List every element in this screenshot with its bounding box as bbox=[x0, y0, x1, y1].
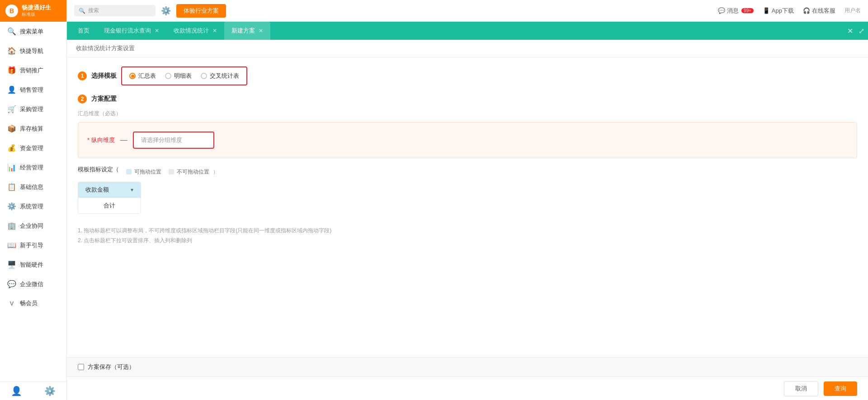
sidebar-item-label: 系统管理 bbox=[20, 202, 43, 211]
sidebar-item-corp-wechat[interactable]: 💬 企业微信 bbox=[0, 274, 66, 294]
radio-summary-label: 汇总表 bbox=[138, 72, 156, 80]
tab-home[interactable]: 首页 bbox=[71, 22, 97, 40]
save-section: 方案保存（可选） bbox=[67, 357, 868, 376]
fixed-dot bbox=[169, 169, 174, 174]
indicator-table-row: 合计 bbox=[78, 198, 141, 213]
download-button[interactable]: 📱 App下载 bbox=[763, 7, 794, 15]
logo-text: 畅捷通好生 bbox=[22, 4, 51, 11]
download-label: App下载 bbox=[772, 7, 794, 15]
tab-bank-flow[interactable]: 现金银行流水查询 ✕ bbox=[97, 22, 166, 40]
step2-section: 2 方案配置 汇总维度（必选） * 纵向维度 — 请选择分组维度 bbox=[78, 94, 857, 245]
message-icon: 💬 bbox=[718, 7, 725, 14]
sidebar-item-label: 经营管理 bbox=[20, 164, 43, 172]
maximize-icon[interactable]: ⤢ bbox=[859, 27, 864, 35]
breadcrumb-text: 收款情况统计方案设置 bbox=[76, 45, 135, 52]
radio-crosstab[interactable]: 交叉统计表 bbox=[201, 72, 239, 80]
query-button[interactable]: 查询 bbox=[824, 381, 857, 396]
tab-home-label: 首页 bbox=[78, 27, 90, 35]
arrow-icon: — bbox=[120, 136, 127, 144]
message-button[interactable]: 💬 消息 99+ bbox=[718, 7, 754, 15]
tab-bank-flow-label: 现金银行流水查询 bbox=[104, 27, 151, 35]
radio-crosstab-circle bbox=[201, 73, 207, 79]
sidebar-item-purchase[interactable]: 🛒 采购管理 bbox=[0, 99, 66, 119]
step1-number: 1 bbox=[78, 71, 87, 80]
cancel-button[interactable]: 取消 bbox=[784, 381, 818, 396]
sidebar-item-member[interactable]: V 畅会员 bbox=[0, 294, 66, 313]
chart-icon: 📊 bbox=[7, 163, 16, 172]
sidebar-bottom-icon-1[interactable]: 👤 bbox=[11, 386, 22, 396]
tips-area: 1. 拖动标题栏可以调整布局，不可跨维度或指标区域拖动栏目字段(只能在同一维度或… bbox=[78, 226, 857, 245]
radio-detail[interactable]: 明细表 bbox=[165, 72, 192, 80]
message-badge: 99+ bbox=[741, 8, 754, 13]
dimension-section-label: 汇总维度（必选） bbox=[78, 110, 857, 118]
money-icon: 💰 bbox=[7, 144, 16, 152]
message-label: 消息 bbox=[727, 7, 739, 15]
sidebar: B 畅捷通好生 标准版 🔍 搜索菜单 🏠 快捷导航 🎁 营销推广 👤 销售管理 … bbox=[0, 0, 67, 400]
sidebar-item-finance[interactable]: 💰 资金管理 bbox=[0, 138, 66, 158]
sidebar-item-label: 基础信息 bbox=[20, 183, 43, 191]
draggable-dot bbox=[126, 169, 132, 174]
tab-bank-flow-close[interactable]: ✕ bbox=[155, 28, 159, 34]
step1-title: 选择模板 bbox=[91, 72, 117, 80]
tip-item-2: 2. 点击标题栏下拉可设置排序、插入列和删除列 bbox=[78, 236, 857, 246]
dimension-select-placeholder: 请选择分组维度 bbox=[141, 136, 182, 143]
tab-collection-stat[interactable]: 收款情况统计 ✕ bbox=[166, 22, 224, 40]
legend-fixed-label: 不可拖动位置 bbox=[177, 168, 209, 176]
indicator-table-header[interactable]: 收款金额 ▾ bbox=[78, 182, 141, 198]
service-button[interactable]: 🎧 在线客服 bbox=[803, 7, 835, 15]
sidebar-item-smart-hw[interactable]: 🖥️ 智能硬件 bbox=[0, 255, 66, 274]
radio-detail-circle bbox=[165, 73, 171, 79]
sidebar-item-label: 新手引导 bbox=[20, 241, 43, 249]
logo-sub: 标准版 bbox=[22, 11, 51, 18]
dimension-select[interactable]: 请选择分组维度 bbox=[133, 132, 214, 149]
sidebar-item-label: 销售管理 bbox=[20, 86, 43, 94]
sidebar-logo: B 畅捷通好生 标准版 bbox=[0, 0, 66, 22]
sidebar-item-corp-collab[interactable]: 🏢 企业协同 bbox=[0, 216, 66, 235]
sidebar-item-label: 快捷导航 bbox=[20, 47, 43, 55]
main-area: 🔍 搜索 ⚙️ 体验行业方案 💬 消息 99+ 📱 App下载 🎧 在线客服 用… bbox=[67, 0, 868, 400]
indicator-label: 模板指标设定（ bbox=[78, 165, 119, 174]
search-icon: 🔍 bbox=[7, 27, 16, 36]
sidebar-item-marketing[interactable]: 🎁 营销推广 bbox=[0, 61, 66, 80]
sidebar-bottom-icon-2[interactable]: ⚙️ bbox=[44, 386, 56, 396]
legend-draggable-label: 可拖动位置 bbox=[134, 168, 161, 176]
sidebar-item-label: 营销推广 bbox=[20, 66, 43, 75]
sidebar-item-guide[interactable]: 📖 新手引导 bbox=[0, 235, 66, 255]
topbar-search-box[interactable]: 🔍 搜索 bbox=[74, 5, 156, 16]
save-label[interactable]: 方案保存（可选） bbox=[88, 363, 135, 371]
gear-icon[interactable]: ⚙️ bbox=[161, 6, 171, 16]
tab-collection-stat-label: 收款情况统计 bbox=[174, 27, 209, 35]
member-icon: V bbox=[7, 300, 16, 307]
book-icon: 📖 bbox=[7, 241, 16, 249]
sidebar-item-basic-info[interactable]: 📋 基础信息 bbox=[0, 177, 66, 197]
sidebar-item-label: 企业协同 bbox=[20, 222, 43, 230]
indicator-table: 收款金额 ▾ 合计 bbox=[78, 182, 141, 214]
radio-detail-label: 明细表 bbox=[174, 72, 192, 80]
home-icon: 🏠 bbox=[7, 47, 16, 55]
chat-icon: 💬 bbox=[7, 280, 16, 288]
sidebar-item-inventory[interactable]: 📦 库存核算 bbox=[0, 119, 66, 138]
close-window-icon[interactable]: ✕ bbox=[847, 27, 853, 35]
dimension-area: * 纵向维度 — 请选择分组维度 bbox=[78, 122, 857, 158]
download-icon: 📱 bbox=[763, 7, 770, 14]
tab-collection-stat-close[interactable]: ✕ bbox=[212, 28, 217, 34]
step2-header: 2 方案配置 bbox=[78, 94, 857, 104]
tab-new-plan[interactable]: 新建方案 ✕ bbox=[224, 22, 270, 40]
sidebar-item-quick-nav[interactable]: 🏠 快捷导航 bbox=[0, 41, 66, 61]
radio-summary[interactable]: 汇总表 bbox=[129, 72, 156, 80]
sidebar-item-label: 资金管理 bbox=[20, 144, 43, 152]
sidebar-item-search-menu[interactable]: 🔍 搜索菜单 bbox=[0, 22, 66, 41]
breadcrumb: 收款情况统计方案设置 bbox=[67, 40, 868, 57]
service-icon: 🎧 bbox=[803, 7, 810, 14]
sidebar-item-sales[interactable]: 👤 销售管理 bbox=[0, 80, 66, 99]
tab-new-plan-close[interactable]: ✕ bbox=[259, 28, 263, 34]
sidebar-item-system[interactable]: ⚙️ 系统管理 bbox=[0, 197, 66, 216]
indicator-legend-row: 模板指标设定（ 可拖动位置 不可拖动位置 bbox=[78, 165, 857, 178]
trial-button[interactable]: 体验行业方案 bbox=[176, 4, 226, 18]
clipboard-icon: 📋 bbox=[7, 183, 16, 191]
building-icon: 🏢 bbox=[7, 221, 16, 230]
sidebar-item-operations[interactable]: 📊 经营管理 bbox=[0, 158, 66, 177]
save-checkbox[interactable] bbox=[78, 364, 84, 370]
legend-draggable: 可拖动位置 bbox=[126, 168, 161, 176]
topbar: 🔍 搜索 ⚙️ 体验行业方案 💬 消息 99+ 📱 App下载 🎧 在线客服 用… bbox=[67, 0, 868, 22]
